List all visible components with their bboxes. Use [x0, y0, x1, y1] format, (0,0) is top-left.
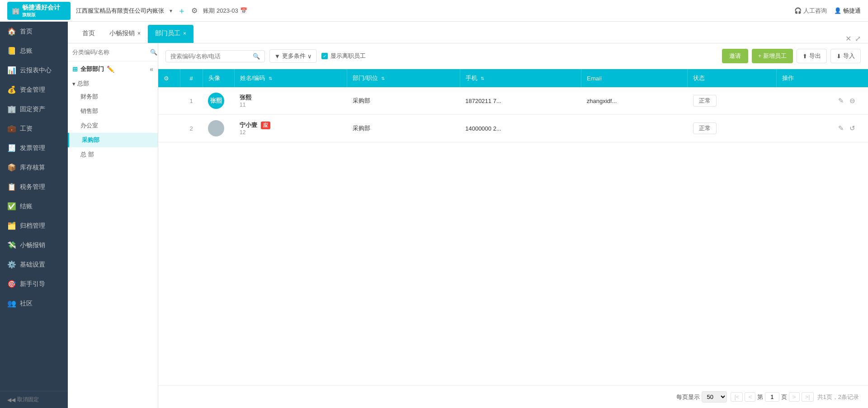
add-employee-button[interactable]: + 新增员工 [752, 49, 793, 63]
sidebar-label-invoice: 发票管理 [20, 144, 45, 152]
sidebar-item-xiaochang[interactable]: 💸 小畅报销 [0, 235, 68, 255]
dept-collapse-icon[interactable]: « [150, 66, 153, 73]
content-area: 首页 小畅报销 × 部门员工 × ✕ ⤢ 🔍 [68, 22, 868, 408]
tab-dept-label: 部门员工 [155, 29, 180, 38]
row2-code: 12 [240, 129, 342, 136]
dept-item-finance[interactable]: 财务部 [68, 89, 158, 104]
dept-expand-icon[interactable]: ▾ [72, 80, 75, 87]
col-dept[interactable]: 部门/职位 ⇅ [347, 69, 460, 87]
tabs-right-actions: ✕ ⤢ [845, 34, 861, 43]
sidebar-item-ledger[interactable]: 📒 总账 [0, 41, 68, 61]
sidebar-item-invoice[interactable]: 🧾 发票管理 [0, 138, 68, 158]
dept-item-purchasing[interactable]: 采购部 [68, 133, 158, 147]
row1-logout-icon[interactable]: ⊖ [849, 97, 855, 105]
sidebar-item-salary[interactable]: 💼 工资 [0, 119, 68, 138]
tab-close-window-icon[interactable]: ✕ [845, 34, 851, 43]
dept-group-general: ▾ 总部 [68, 77, 158, 89]
dept-tree: ▾ 总部 财务部 销售部 办公室 采购部 总 部 [68, 77, 158, 408]
row2-avatar [208, 120, 224, 136]
cancel-pin-button[interactable]: ◀◀ 取消固定 [0, 391, 68, 408]
calendar-icon[interactable]: 📅 [240, 7, 247, 14]
all-depts-label: 全部部门 [80, 65, 104, 73]
row2-avatar-cell [203, 115, 234, 142]
invite-button[interactable]: 邀请 [722, 49, 748, 63]
more-filter-label: 更多条件 [282, 52, 306, 60]
total-info-label: 共1页，2条记录 [817, 393, 859, 401]
company-dropdown-icon[interactable]: ▾ [170, 8, 172, 14]
sidebar-label-newbie: 新手引导 [20, 280, 45, 288]
show-resigned-label: 显示离职员工 [330, 52, 366, 60]
dept-item-office[interactable]: 办公室 [68, 118, 158, 133]
tab-xiaochang-expense[interactable]: 小畅报销 × [102, 25, 148, 43]
dept-item-sales[interactable]: 销售部 [68, 104, 158, 118]
sidebar-item-reports[interactable]: 📊 云报表中心 [0, 61, 68, 80]
sidebar-item-archive[interactable]: 🗂️ 归档管理 [0, 216, 68, 235]
row1-settings [158, 87, 180, 115]
sidebar-item-newbie[interactable]: 🎯 新手引导 [0, 274, 68, 294]
sidebar-item-tax[interactable]: 📋 税务管理 [0, 177, 68, 197]
period-label: 账期 2023-03 📅 [203, 7, 247, 15]
show-resigned-toggle[interactable]: ✓ 显示离职员工 [321, 52, 366, 60]
sidebar-label-community: 社区 [20, 300, 33, 308]
logo-icon: 🏢 [12, 7, 19, 14]
prev-page-button[interactable]: < [745, 392, 755, 402]
sidebar-item-home[interactable]: 🏠 首页 [0, 22, 68, 41]
show-resigned-checkbox[interactable]: ✓ [321, 53, 328, 59]
tab-home[interactable]: 首页 [75, 25, 102, 43]
dept-search-input[interactable] [72, 49, 148, 56]
table-row: 1 张熙 张熙 11 采购部 18720211 7... z [158, 87, 868, 115]
employee-search-input[interactable] [170, 53, 250, 60]
col-settings[interactable]: ⚙ [158, 69, 180, 87]
first-page-button[interactable]: |< [731, 392, 743, 402]
add-company-icon[interactable]: ＋ [178, 5, 186, 16]
col-phone[interactable]: 手机 ⇅ [460, 69, 581, 87]
main-layout: 🏠 首页 📒 总账 📊 云报表中心 💰 资金管理 🏢 固定资产 💼 工资 🧾 发… [0, 22, 868, 408]
user-menu[interactable]: 👤 畅捷通 [834, 7, 861, 15]
sidebar-label-ledger: 总账 [20, 47, 33, 55]
community-icon: 👥 [7, 299, 16, 308]
sidebar-item-inventory[interactable]: 📦 库存核算 [0, 158, 68, 177]
tab-xiaochang-close-icon[interactable]: × [137, 30, 141, 37]
tab-dept-close-icon[interactable]: × [183, 30, 186, 37]
row1-edit-icon[interactable]: ✎ [838, 97, 844, 105]
sidebar-item-checkout[interactable]: ✅ 结账 [0, 197, 68, 216]
right-panel: 🔍 ▼ 更多条件 ∨ ✓ 显示离职员工 邀请 + 新增员工 [158, 43, 868, 408]
dept-group-label: 总部 [77, 80, 89, 88]
support-button[interactable]: 🎧 人工咨询 [794, 7, 827, 15]
row2-name: 宁小壹 应 [240, 121, 342, 129]
dept-search-icon[interactable]: 🔍 [150, 49, 157, 56]
tab-expand-icon[interactable]: ⤢ [855, 34, 861, 43]
sidebar-item-funds[interactable]: 💰 资金管理 [0, 80, 68, 99]
tab-dept-employee[interactable]: 部门员工 × [148, 25, 193, 43]
sidebar-item-settings[interactable]: ⚙️ 基础设置 [0, 255, 68, 274]
per-page-dropdown[interactable]: 10 20 50 100 [702, 391, 727, 403]
dept-edit-icon[interactable]: ✏️ [107, 66, 114, 73]
employee-search-icon[interactable]: 🔍 [253, 53, 260, 60]
row2-edit-icon[interactable]: ✎ [838, 124, 844, 132]
row2-refresh-icon[interactable]: ↺ [849, 124, 855, 132]
invoice-icon: 🧾 [7, 144, 16, 152]
col-name[interactable]: 姓名/编码 ⇅ [234, 69, 347, 87]
row1-name-cell: 张熙 11 [234, 87, 347, 115]
import-button[interactable]: ⬇ 导入 [830, 49, 861, 63]
sidebar-item-assets[interactable]: 🏢 固定资产 [0, 99, 68, 119]
sidebar-label-xiaochang: 小畅报销 [20, 241, 45, 249]
checkout-icon: ✅ [7, 202, 16, 211]
settings-icon[interactable]: ⚙ [191, 6, 198, 15]
tax-icon: 📋 [7, 183, 16, 191]
sidebar-item-community[interactable]: 👥 社区 [0, 294, 68, 313]
last-page-button[interactable]: >| [802, 392, 814, 402]
employee-search-bar: 🔍 [165, 50, 265, 62]
more-filter-button[interactable]: ▼ 更多条件 ∨ [269, 49, 317, 63]
salary-icon: 💼 [7, 124, 16, 133]
next-page-button[interactable]: > [789, 392, 800, 402]
row2-email [581, 115, 688, 142]
current-page-input[interactable] [765, 392, 779, 402]
export-button[interactable]: ⬆ 导出 [797, 49, 827, 63]
sidebar-label-archive: 归档管理 [20, 222, 45, 230]
username-label: 畅捷通 [843, 7, 861, 15]
dept-item-hq[interactable]: 总 部 [68, 147, 158, 162]
per-page-label: 每页显示 [676, 393, 700, 401]
filter-icon: ▼ [274, 53, 280, 60]
headset-icon: 🎧 [794, 7, 802, 14]
